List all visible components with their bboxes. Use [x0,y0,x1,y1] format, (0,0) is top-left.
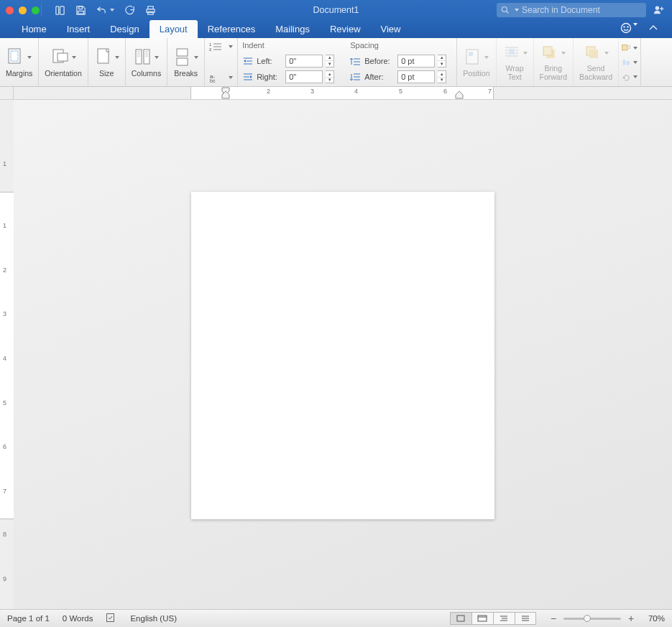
right-indent-marker[interactable] [455,91,465,99]
svg-rect-37 [478,616,487,621]
spacing-after-input[interactable]: 0 pt [397,70,435,83]
spellcheck-icon[interactable] [106,613,117,624]
horizontal-ruler[interactable]: 1 2 3 4 5 6 7 [0,87,672,100]
draft-view-button[interactable] [515,612,536,625]
ruler-h-5: 5 [399,88,402,95]
indent-left-spinner[interactable]: ▲▼ [326,55,334,68]
ruler-v-5: 5 [3,399,6,407]
ruler-h-2: 2 [267,88,270,95]
status-words[interactable]: 0 Words [63,614,93,623]
align-icon [622,55,638,70]
left-indent-marker[interactable] [221,91,231,99]
document-page[interactable] [191,192,494,519]
zoom-in-button[interactable]: + [627,613,635,624]
svg-point-8 [655,6,659,9]
status-page[interactable]: Page 1 of 1 [7,614,50,623]
search-input[interactable]: Search in Document [497,3,646,17]
svg-rect-19 [177,49,188,56]
spacing-after-icon [350,73,362,81]
view-mode-buttons [450,612,536,625]
bring-forward-label: Bring Forward [540,65,568,81]
close-window-button[interactable] [6,6,14,14]
ruler-v-2: 2 [3,266,6,274]
indent-left-input[interactable]: 0" [285,55,323,68]
zoom-slider[interactable] [563,618,621,620]
send-backward-label: Send Backward [579,65,612,81]
search-placeholder: Search in Document [522,5,600,15]
repeat-icon[interactable] [124,5,135,16]
spacing-before-label: Before: [364,57,395,65]
columns-button[interactable]: Columns [126,38,167,86]
minimize-window-button[interactable] [19,6,27,14]
svg-rect-15 [57,53,68,61]
ruler-v-9: 9 [3,575,6,582]
window-controls [6,6,40,14]
web-layout-view-button[interactable] [471,612,493,625]
svg-rect-31 [589,50,598,58]
indent-header: Indent [242,41,341,50]
line-numbers-button[interactable]: 12 [209,41,233,52]
tab-view[interactable]: View [371,20,411,38]
tab-mailings[interactable]: Mailings [265,20,320,38]
position-button: Position [457,38,496,86]
breaks-button[interactable]: Breaks [167,38,205,86]
share-button[interactable] [653,4,666,17]
breaks-label: Breaks [174,69,198,78]
size-button[interactable]: Size [88,38,126,86]
svg-rect-36 [457,616,464,621]
ruler-h-7: 7 [488,88,492,95]
hyphenation-button[interactable]: a-bc [209,72,233,83]
indent-left-icon [242,57,254,65]
tab-home[interactable]: Home [11,20,57,38]
spacing-after-spinner[interactable]: ▲▼ [438,70,446,83]
send-backward-button: Send Backward [574,38,619,86]
ruler-h-4: 4 [354,88,358,95]
svg-rect-0 [56,6,59,14]
indent-right-spinner[interactable]: ▲▼ [326,70,334,83]
columns-label: Columns [132,69,161,78]
ruler-v-1: 1 [3,222,6,229]
file-menu-icon[interactable] [55,5,65,16]
status-language[interactable]: English (US) [130,614,177,623]
tab-design[interactable]: Design [100,20,149,38]
margins-button[interactable]: Margins [0,38,39,86]
ruler-v-6: 6 [3,443,6,450]
orientation-button[interactable]: Orientation [39,38,88,86]
vertical-ruler[interactable]: 1 1 2 3 4 5 6 7 8 9 [0,100,14,609]
document-canvas[interactable] [14,100,672,609]
size-label: Size [99,69,114,78]
zoom-window-button[interactable] [32,6,40,14]
tab-review[interactable]: Review [320,20,371,38]
save-icon[interactable] [75,5,86,16]
spacing-before-input[interactable]: 0 pt [397,55,435,68]
print-layout-view-button[interactable] [450,612,471,625]
svg-point-11 [627,27,628,27]
zoom-out-button[interactable]: − [549,613,558,624]
svg-rect-26 [469,52,473,56]
svg-rect-34 [627,60,630,65]
svg-text:bc: bc [210,78,216,83]
indent-right-label: Right: [257,73,282,81]
undo-icon[interactable] [96,5,114,16]
ribbon-layout: Margins Orientation Size Columns Breaks … [0,38,672,87]
document-workspace: 1 1 2 3 4 5 6 7 8 9 [0,100,672,609]
svg-rect-33 [623,60,626,65]
svg-rect-32 [622,45,627,50]
rotate-icon [622,70,638,84]
tab-references[interactable]: References [198,20,265,38]
collapse-ribbon-icon[interactable] [648,22,659,36]
print-icon[interactable] [145,5,156,16]
indent-right-input[interactable]: 0" [285,70,323,83]
feedback-icon[interactable] [620,22,638,36]
spacing-before-spinner[interactable]: ▲▼ [438,55,446,68]
status-bar: Page 1 of 1 0 Words English (US) − + 70% [0,609,672,627]
svg-rect-20 [177,58,188,65]
ruler-h-6: 6 [443,88,447,95]
outline-view-button[interactable] [493,612,515,625]
tab-layout[interactable]: Layout [149,20,198,38]
arrange-more-group [619,38,641,86]
tab-insert[interactable]: Insert [57,20,101,38]
spacing-header: Spacing [350,41,452,50]
zoom-value[interactable]: 70% [648,614,665,623]
svg-rect-3 [78,11,84,14]
